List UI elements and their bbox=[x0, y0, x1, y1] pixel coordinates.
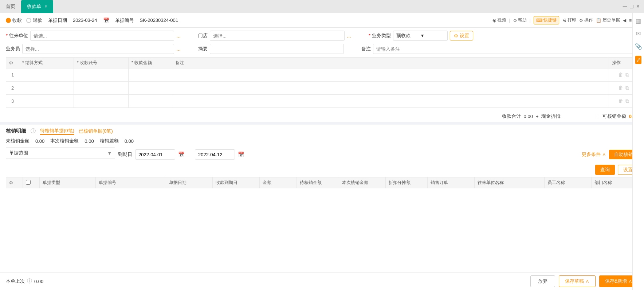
minimize-btn[interactable]: ─ bbox=[623, 3, 627, 10]
range-select-input[interactable]: ▼ bbox=[34, 150, 112, 156]
operations-btn[interactable]: ⚙ 操作 bbox=[579, 17, 593, 23]
date-from-input[interactable] bbox=[135, 149, 175, 160]
radio-refund[interactable]: 退款 bbox=[26, 17, 42, 24]
date-from-cal-icon[interactable]: 📅 bbox=[178, 152, 184, 157]
sidebar-clip-icon[interactable]: 📎 bbox=[635, 43, 642, 50]
shortcut-btn[interactable]: ⌨ 快捷键 bbox=[534, 16, 559, 24]
pending-tab[interactable]: 待核销单据(0笔) bbox=[40, 128, 74, 135]
receipt-table-section: ⚙ * 结算方式 * 收款账号 * 收款金额 备注 操作 bbox=[0, 57, 644, 111]
remark-input[interactable] bbox=[373, 44, 638, 54]
due-date-label: 到期日 bbox=[118, 151, 132, 158]
table-row: 1 🗑 ⧉ bbox=[6, 68, 638, 82]
date-dash: — bbox=[187, 152, 192, 157]
select-all-checkbox[interactable] bbox=[26, 180, 31, 185]
row-amount-2[interactable] bbox=[129, 82, 172, 95]
discount-input[interactable] bbox=[565, 113, 594, 119]
prev-btn[interactable]: ◀ bbox=[623, 18, 626, 23]
available-label: 可核销金额 bbox=[602, 113, 626, 119]
copy-row-2-btn[interactable]: ⧉ bbox=[625, 85, 629, 91]
row-method-1[interactable] bbox=[19, 68, 74, 82]
remark-label: 备注 bbox=[361, 46, 371, 52]
lower-col-sales-order: 销售订单 bbox=[428, 177, 474, 188]
header-toolbar: ◉ 视频 | ⊙ 帮助 | ⌨ 快捷键 🖨 打印 ⚙ 操作 📋 bbox=[492, 16, 638, 24]
video-btn[interactable]: ◉ 视频 bbox=[492, 17, 506, 23]
salesman-label: 业务员 bbox=[6, 46, 20, 52]
filter-left: 单据范围 ▼ 到期日 📅 — 📅 bbox=[6, 147, 244, 162]
lower-col-pending: 待核销金额 bbox=[297, 177, 339, 188]
lower-col-settings[interactable]: ⚙ bbox=[6, 177, 23, 188]
print-btn[interactable]: 🖨 打印 bbox=[562, 17, 576, 23]
delete-row-1-btn[interactable]: 🗑 bbox=[618, 72, 623, 78]
lower-col-checkbox[interactable] bbox=[23, 177, 40, 188]
close-btn[interactable]: × bbox=[636, 3, 640, 10]
store-more-btn[interactable]: ... bbox=[347, 33, 351, 39]
form-header: 收款 退款 单据日期 2023-03-24 📅 单据编号 SK-20230324… bbox=[0, 13, 644, 28]
history-btn[interactable]: 📋 历史单据 bbox=[596, 17, 620, 23]
date-cal-icon[interactable]: 📅 bbox=[103, 17, 109, 23]
tab-home[interactable]: 首页 bbox=[0, 0, 21, 13]
range-selector: 单据范围 ▼ bbox=[6, 147, 115, 159]
date-to-input[interactable] bbox=[195, 149, 235, 160]
equals-label: = bbox=[597, 114, 600, 119]
delete-row-2-btn[interactable]: 🗑 bbox=[618, 85, 623, 91]
row-account-3[interactable] bbox=[74, 95, 129, 108]
date-label: 单据日期 bbox=[48, 17, 67, 24]
row-amount-3[interactable] bbox=[129, 95, 172, 108]
tab-receipt[interactable]: 收款单 × bbox=[21, 0, 53, 13]
range-label: 单据范围 bbox=[9, 150, 31, 156]
more-filter-btn[interactable]: 更多条件 ∧ bbox=[582, 151, 606, 158]
row-method-2[interactable] bbox=[19, 82, 74, 95]
maximize-btn[interactable]: □ bbox=[630, 3, 633, 10]
business-type-label: * 业务类型 bbox=[369, 32, 391, 39]
lower-col-dept: 部门名称 bbox=[591, 177, 638, 188]
row-account-2[interactable] bbox=[74, 82, 129, 95]
col-settings-header[interactable]: ⚙ bbox=[6, 58, 19, 68]
tab-close-receipt[interactable]: × bbox=[45, 4, 47, 9]
row-account-1[interactable] bbox=[74, 68, 129, 82]
current-verify-value: 0.00 bbox=[85, 138, 94, 144]
prev-order-info-icon[interactable]: ⓘ bbox=[27, 278, 32, 285]
summary-input[interactable] bbox=[210, 44, 344, 54]
row-remark-3[interactable] bbox=[172, 95, 609, 108]
radio-receipt[interactable]: 收款 bbox=[6, 17, 22, 24]
row-remark-1[interactable] bbox=[172, 68, 609, 82]
sidebar-expand-icon[interactable]: ⤢ bbox=[635, 56, 641, 64]
diff-value: 0.00 bbox=[125, 138, 134, 144]
summary-group: 摘要 bbox=[198, 44, 344, 54]
salesman-more-btn[interactable]: ... bbox=[176, 46, 181, 52]
unverified-value: 0.00 bbox=[35, 138, 44, 144]
lower-col-counterparty: 往来单位名称 bbox=[474, 177, 544, 188]
business-type-select[interactable]: 预收款 ▼ bbox=[393, 31, 448, 41]
date-to-cal-icon[interactable]: 📅 bbox=[238, 152, 244, 157]
counterparty-input[interactable] bbox=[30, 31, 174, 41]
verify-info-icon[interactable]: ⓘ bbox=[31, 128, 36, 134]
verify-header: 核销明细 ⓘ 待核销单据(0笔) 已核销单据(0笔) bbox=[6, 128, 638, 135]
verified-tab[interactable]: 已核销单据(0笔) bbox=[79, 128, 113, 134]
history-icon: 📋 bbox=[596, 18, 601, 23]
save-draft-btn[interactable]: 保存草稿 ∧ bbox=[559, 275, 596, 287]
row-method-3[interactable] bbox=[19, 95, 74, 108]
sidebar-table-icon[interactable]: ▦ bbox=[636, 17, 641, 24]
copy-row-1-btn[interactable]: ⧉ bbox=[625, 72, 629, 78]
counterparty-more-btn[interactable]: ... bbox=[176, 33, 181, 39]
salesman-group: 业务员 ... bbox=[6, 44, 181, 54]
business-type-group: * 业务类型 预收款 ▼ ⚙ 设置 bbox=[369, 31, 496, 41]
delete-row-3-btn[interactable]: 🗑 bbox=[618, 98, 623, 104]
settings-button[interactable]: ⚙ 设置 bbox=[450, 31, 473, 40]
salesman-input[interactable] bbox=[22, 44, 174, 54]
row-amount-1[interactable] bbox=[129, 68, 172, 82]
table-row: 3 🗑 ⧉ bbox=[6, 95, 638, 108]
discard-btn[interactable]: 放弃 bbox=[530, 275, 555, 287]
query-btn[interactable]: 查询 bbox=[595, 165, 615, 175]
footer-right: 放弃 保存草稿 ∧ 保存&新增 ∧ bbox=[530, 275, 638, 287]
help-btn[interactable]: ⊙ 帮助 bbox=[513, 17, 527, 23]
lower-col-date: 单据日期 bbox=[166, 177, 212, 188]
date-value: 2023-03-24 bbox=[73, 17, 97, 23]
lower-col-type: 单据类型 bbox=[40, 177, 96, 188]
copy-row-3-btn[interactable]: ⧉ bbox=[625, 98, 629, 104]
total-value: 0.00 bbox=[524, 114, 533, 119]
row-remark-2[interactable] bbox=[172, 82, 609, 95]
sidebar-mail-icon[interactable]: ✉ bbox=[636, 30, 641, 37]
list-view-btn[interactable]: ≡ bbox=[629, 18, 632, 23]
store-input[interactable] bbox=[210, 31, 345, 41]
